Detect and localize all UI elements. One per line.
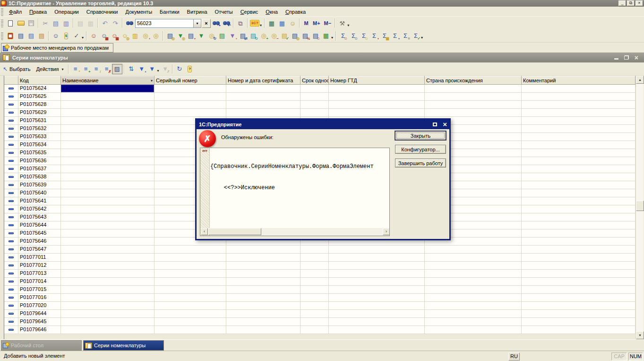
cell[interactable]	[61, 93, 155, 101]
cell[interactable]	[522, 101, 635, 109]
cell[interactable]	[522, 125, 635, 133]
row-marker-cell[interactable]	[4, 310, 18, 318]
cell[interactable]	[329, 93, 425, 101]
cell[interactable]	[226, 310, 301, 318]
row-marker-cell[interactable]	[4, 125, 18, 133]
cell[interactable]	[425, 286, 522, 294]
cell[interactable]	[329, 326, 425, 334]
shutdown-button[interactable]: Завершить работу	[395, 158, 446, 167]
cell[interactable]	[329, 101, 425, 109]
payment-confirm-icon[interactable]: ▤✓	[279, 31, 290, 41]
row-marker-cell[interactable]	[4, 246, 18, 254]
row-marker-cell[interactable]	[4, 85, 18, 93]
cell[interactable]	[61, 221, 155, 229]
child-close-button[interactable]: ×	[635, 55, 638, 61]
cell[interactable]	[155, 278, 226, 286]
cell[interactable]	[522, 85, 635, 93]
counterparties-icon[interactable]: ☺	[51, 31, 61, 41]
code-cell[interactable]: P01075639	[18, 181, 61, 189]
set-deletion-mark-icon[interactable]: ≡✗	[102, 64, 112, 74]
cell[interactable]	[61, 125, 155, 133]
coins-icon[interactable]: ◎	[151, 31, 161, 41]
code-cell[interactable]: P01077011	[18, 254, 61, 262]
cell[interactable]	[329, 286, 425, 294]
cut-icon[interactable]: ✂	[40, 18, 51, 28]
cell[interactable]	[301, 93, 329, 101]
cell[interactable]	[522, 221, 635, 229]
error-text-box[interactable]: err {Справочник.СерииНоменклатуры.Форма.…	[200, 148, 390, 236]
cell[interactable]	[61, 109, 155, 117]
cell[interactable]	[329, 109, 425, 117]
row-marker-cell[interactable]	[4, 101, 18, 109]
report-sales-icon[interactable]: Σ☺	[338, 31, 348, 41]
menu-item-4[interactable]: Документы	[121, 8, 156, 16]
cell[interactable]	[226, 85, 301, 93]
cell[interactable]	[329, 85, 425, 93]
report-customers-icon[interactable]: Σ☺	[359, 31, 369, 41]
menu-item-6[interactable]: Витрина	[183, 8, 211, 16]
cell[interactable]	[155, 246, 226, 254]
menubar-drag-handle[interactable]	[1, 8, 3, 16]
close-error-button[interactable]: Закрыть	[395, 131, 446, 140]
scroll-down-button[interactable]: ▼	[636, 331, 644, 339]
cell[interactable]	[329, 278, 425, 286]
purchases-report-icon[interactable]: ▤	[26, 31, 36, 41]
cell[interactable]	[522, 149, 635, 157]
scroll-up-button[interactable]: ▲	[636, 76, 644, 84]
cell[interactable]	[522, 262, 635, 270]
cell[interactable]	[226, 101, 301, 109]
cell[interactable]	[425, 93, 522, 101]
column-header-4[interactable]: Номер и дата сертификата	[226, 76, 301, 85]
workspace-tab[interactable]: Рабочее место менеджера по продажам	[1, 43, 113, 53]
cell[interactable]	[522, 157, 635, 165]
row-marker-cell[interactable]	[4, 189, 18, 197]
language-indicator[interactable]: RU	[508, 352, 520, 361]
cell[interactable]	[61, 141, 155, 149]
toolbar-drag-handle[interactable]	[1, 19, 3, 27]
column-header-0[interactable]	[4, 76, 18, 85]
menu-item-10[interactable]: Справка	[282, 8, 309, 16]
cell[interactable]	[226, 93, 301, 101]
cell[interactable]	[226, 294, 301, 302]
sign-document-icon[interactable]: ✓	[71, 31, 82, 41]
add-money-icon[interactable]: ◎+	[258, 31, 269, 41]
column-header-2[interactable]: Наименование▾	[61, 76, 155, 85]
cell[interactable]	[522, 326, 635, 334]
scrollbar-thumb[interactable]	[636, 201, 644, 211]
cell[interactable]	[301, 278, 329, 286]
cell[interactable]	[425, 310, 522, 318]
customer-payment-icon[interactable]: ☺◎	[120, 31, 130, 41]
price-list-icon[interactable]: ▥	[130, 31, 140, 41]
cell[interactable]	[522, 286, 635, 294]
cell[interactable]	[155, 318, 226, 326]
row-marker-cell[interactable]	[4, 181, 18, 189]
cell[interactable]	[155, 294, 226, 302]
cell[interactable]	[425, 109, 522, 117]
menu-item-3[interactable]: Справочники	[83, 8, 122, 16]
cell[interactable]	[61, 205, 155, 213]
cell[interactable]	[301, 101, 329, 109]
cell[interactable]	[425, 326, 522, 334]
search-dropdown-button[interactable]: ▾	[193, 19, 201, 27]
cell[interactable]	[329, 302, 425, 310]
menu-item-5[interactable]: Бантики	[156, 8, 183, 16]
menu-item-7[interactable]: Отчеты	[211, 8, 237, 16]
memory-subtract-button[interactable]: M−	[322, 18, 334, 28]
new-document-icon[interactable]	[5, 18, 16, 28]
cell[interactable]	[61, 254, 155, 262]
cell[interactable]	[226, 270, 301, 278]
row-marker-cell[interactable]	[4, 221, 18, 229]
cell[interactable]	[226, 262, 301, 270]
column-header-3[interactable]: Серийный номер	[155, 76, 226, 85]
cell[interactable]	[522, 165, 635, 173]
help-1c-icon[interactable]: 1С?	[249, 18, 260, 28]
cell[interactable]	[425, 318, 522, 326]
return-doc-icon[interactable]: ▤↻	[248, 31, 258, 41]
cell[interactable]	[425, 85, 522, 93]
cell[interactable]	[425, 270, 522, 278]
column-header-5[interactable]: Срок однос...	[301, 76, 329, 85]
select-button[interactable]: ↖Выбрать	[0, 64, 33, 74]
cell[interactable]	[522, 310, 635, 318]
code-cell[interactable]: P01075643	[18, 213, 61, 221]
cell[interactable]	[61, 270, 155, 278]
